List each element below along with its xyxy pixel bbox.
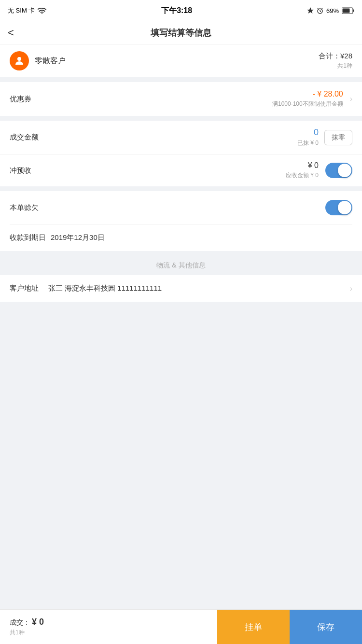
page-title: 填写结算等信息: [151, 27, 211, 39]
toggle-knob: [338, 164, 351, 177]
amount-section: 成交金额 0 已抹 ¥ 0 抹零 冲预收 ¥ 0 应收金额 ¥ 0: [0, 121, 362, 186]
svg-rect-7: [343, 9, 350, 13]
status-right: 69%: [307, 7, 354, 14]
precollect-row: 冲预收 ¥ 0 应收金额 ¥ 0: [0, 154, 362, 186]
precollect-amount: ¥ 0: [286, 161, 319, 170]
content-area: 零散客户 合计：¥28 共1种 优惠券 - ¥ 28.00 满1000-100不…: [0, 44, 362, 345]
transaction-sub: 已抹 ¥ 0: [297, 139, 319, 147]
customer-name: 零散客户: [35, 56, 66, 66]
user-icon: [14, 55, 25, 67]
status-bar: 无 SIM 卡 下午3:18 69%: [0, 0, 362, 21]
transaction-label: 成交金额: [10, 133, 39, 142]
coupon-row[interactable]: 优惠券 - ¥ 28.00 满1000-100不限制使用金额 ›: [0, 82, 362, 116]
status-time: 下午3:18: [161, 6, 192, 16]
logistics-divider: 物流 & 其他信息: [0, 256, 362, 275]
precollect-values: ¥ 0 应收金额 ¥ 0: [286, 161, 319, 180]
alarm-icon: [317, 7, 323, 14]
address-value: 张三 海淀永丰科技园 11111111111: [48, 284, 350, 293]
transaction-right: 0 已抹 ¥ 0 抹零: [297, 127, 352, 147]
battery-text: 69%: [326, 7, 339, 14]
address-section: 客户地址 张三 海淀永丰科技园 11111111111 ›: [0, 275, 362, 302]
due-date-value: 2019年12月30日: [51, 233, 105, 242]
customer-row: 零散客户 合计：¥28 共1种: [0, 44, 362, 77]
status-left: 无 SIM 卡: [8, 6, 46, 15]
transaction-value-wrap: 0 已抹 ¥ 0: [297, 127, 319, 147]
svg-line-4: [321, 8, 322, 9]
precollect-label: 冲预收: [10, 166, 31, 175]
precollect-sub: 应收金额 ¥ 0: [286, 171, 319, 180]
customer-avatar: [10, 51, 29, 70]
discount-amount: - ¥ 28.00: [272, 90, 343, 98]
back-button[interactable]: <: [8, 27, 14, 39]
svg-line-3: [318, 8, 319, 9]
location-icon: [307, 7, 314, 14]
debt-row: 本单赊欠: [10, 191, 352, 224]
debt-toggle-knob: [338, 201, 351, 214]
coupon-section: 优惠券 - ¥ 28.00 满1000-100不限制使用金额 ›: [0, 82, 362, 116]
transaction-amount: 0: [297, 127, 319, 138]
deal-label: 成交：: [10, 618, 30, 626]
bottom-bar: 成交： ¥ 0 共1种 挂单 保存: [0, 609, 362, 644]
customer-count: 共1种: [319, 62, 352, 70]
bottom-deal-label: 成交： ¥ 0: [10, 617, 208, 627]
battery-icon: [342, 7, 354, 14]
debt-toggle[interactable]: [325, 200, 352, 215]
precollect-right: ¥ 0 应收金额 ¥ 0: [286, 161, 352, 180]
discount-note: 满1000-100不限制使用金额: [272, 100, 343, 108]
svg-point-8: [17, 57, 21, 61]
customer-total: 合计：¥28: [319, 52, 352, 61]
bottom-info: 成交： ¥ 0 共1种: [0, 617, 217, 637]
transaction-row: 成交金额 0 已抹 ¥ 0 抹零: [0, 121, 362, 154]
address-chevron-icon: ›: [350, 284, 352, 293]
customer-left: 零散客户: [10, 51, 66, 70]
bottom-count: 共1种: [10, 629, 208, 637]
customer-summary: 合计：¥28 共1种: [319, 52, 352, 70]
wifi-icon: [38, 7, 46, 14]
due-date-row: 收款到期日 2019年12月30日: [10, 224, 352, 251]
precollect-toggle[interactable]: [325, 163, 352, 178]
round-button[interactable]: 抹零: [324, 130, 352, 145]
chevron-right-icon: ›: [350, 95, 352, 103]
svg-rect-6: [353, 10, 354, 12]
coupon-label: 优惠券: [10, 95, 31, 104]
debt-label: 本单赊欠: [10, 203, 39, 212]
nav-bar: < 填写结算等信息: [0, 21, 362, 44]
coupon-value: - ¥ 28.00 满1000-100不限制使用金额: [272, 90, 343, 108]
no-sim-text: 无 SIM 卡: [8, 6, 35, 15]
address-row[interactable]: 客户地址 张三 海淀永丰科技园 11111111111 ›: [0, 275, 362, 302]
coupon-right: - ¥ 28.00 满1000-100不限制使用金额 ›: [272, 90, 352, 108]
logistics-divider-text: 物流 & 其他信息: [156, 261, 205, 270]
debt-section: 本单赊欠 收款到期日 2019年12月30日: [0, 191, 362, 251]
hold-button[interactable]: 挂单: [217, 610, 290, 644]
svg-line-2: [320, 11, 321, 12]
deal-amount: ¥ 0: [32, 617, 44, 627]
save-button[interactable]: 保存: [290, 610, 362, 644]
address-label: 客户地址: [10, 284, 43, 293]
due-date-label: 收款到期日: [10, 233, 46, 242]
